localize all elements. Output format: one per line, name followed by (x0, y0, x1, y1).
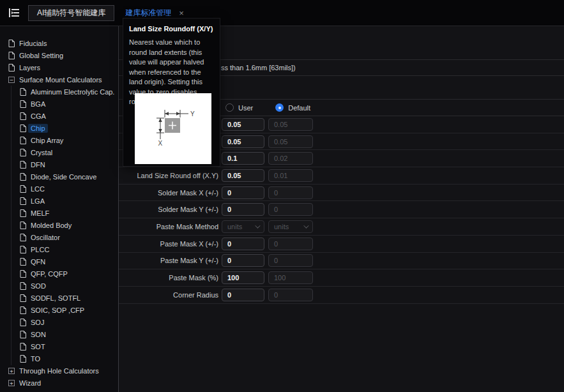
collapse-icon[interactable]: − (8, 77, 15, 83)
sidebar-item-sodfl-sotfl[interactable]: SODFL, SOTFL (0, 292, 118, 304)
document-icon (20, 331, 26, 338)
sidebar-item-molded-body[interactable]: Molded Body (0, 219, 118, 231)
sidebar-item-label: Fiducials (19, 40, 47, 47)
sidebar-item-chip-array[interactable]: Chip Array (0, 134, 118, 146)
document-icon (8, 40, 15, 47)
user-value-input[interactable] (222, 169, 264, 182)
sidebar-item-qfn[interactable]: QFN (0, 255, 118, 268)
user-value-input[interactable] (222, 237, 264, 250)
default-value-input (268, 186, 313, 199)
sidebar-item-crystal[interactable]: Crystal (0, 146, 118, 158)
sidebar-item-sod[interactable]: SOD (0, 280, 118, 292)
user-value-input[interactable] (222, 186, 264, 199)
form-row-label: Paste Mask Method (119, 223, 218, 230)
document-icon (20, 124, 26, 132)
sidebar-item-oscillator[interactable]: Oscillator (0, 231, 118, 243)
radio-option-default[interactable]: Default (275, 103, 310, 112)
sidebar-item-soj[interactable]: SOJ (0, 316, 118, 328)
default-method-select: units (268, 220, 313, 233)
sidebar-item-label: CGA (31, 112, 46, 120)
form-row-label: Paste Mask (%) (119, 274, 218, 282)
sidebar-item-melf[interactable]: MELF (0, 207, 118, 219)
sidebar-item-label: Molded Body (31, 222, 72, 229)
user-value-input[interactable] (222, 271, 264, 284)
land-roundoff-diagram: Y X (135, 93, 211, 164)
sidebar-item-chip[interactable]: Chip (0, 122, 118, 134)
sidebar-item-to[interactable]: TO (0, 352, 118, 365)
sidebar-item-lcc[interactable]: LCC (0, 183, 118, 195)
sidebar-item-label: LGA (31, 197, 45, 205)
form-row-paste-mask-method: Paste Mask Methodunitsunits (119, 218, 564, 236)
sidebar-item-cga[interactable]: CGA (0, 110, 118, 122)
sidebar-item-aluminum-electrolytic-cap[interactable]: Aluminum Electrolytic Cap. (0, 86, 118, 98)
sidebar-item-global-setting[interactable]: Global Setting (0, 49, 118, 61)
radio-option-user[interactable]: User (225, 103, 253, 112)
document-icon (20, 149, 26, 156)
document-icon (20, 270, 26, 278)
sidebar-item-label: QFP, CQFP (31, 270, 68, 278)
sidebar-item-son[interactable]: SON (0, 328, 118, 340)
sidebar-item-fiducials[interactable]: Fiducials (0, 37, 118, 49)
document-icon (20, 234, 26, 241)
sidebar-item-plcc[interactable]: PLCC (0, 243, 118, 255)
sidebar-item-label: Diode, Side Concave (31, 173, 96, 181)
default-value-input (268, 254, 313, 267)
select-value: units (227, 223, 242, 230)
document-icon (20, 137, 26, 144)
form-row-land-size-round-off-x-y: Land Size Round off (X.Y) (119, 167, 564, 185)
sidebar-item-label: Wizard (19, 379, 41, 387)
tooltip-title: Land Size Roundoff (X/Y) (129, 25, 214, 33)
sidebar-item-label: SON (31, 331, 46, 338)
user-value-input[interactable] (222, 289, 264, 301)
default-value-input (268, 237, 313, 250)
user-value-input[interactable] (222, 254, 264, 267)
collapse-sidebar-icon[interactable] (6, 6, 22, 20)
form-row-label: Paste Mask Y (+/-) (119, 257, 218, 264)
expand-icon[interactable]: + (8, 368, 15, 374)
document-icon (20, 173, 26, 181)
document-icon (20, 209, 26, 217)
sidebar-item-label: Through Hole Calculators (19, 367, 99, 375)
diagram-x-label: X (158, 140, 163, 147)
user-value-input[interactable] (222, 118, 264, 131)
document-icon (20, 258, 26, 266)
expand-icon[interactable]: + (8, 380, 15, 386)
sidebar-item-surface-mount-calculators[interactable]: −Surface Mount Calculators (0, 73, 118, 86)
default-value-input (268, 203, 313, 216)
tab-ai-assisted-symbol-library[interactable]: AI辅助符号智能建库 (28, 5, 114, 21)
chevron-down-icon (303, 223, 309, 228)
sidebar-item-soic-sop-cfp[interactable]: SOIC, SOP ,CFP (0, 304, 118, 316)
sidebar-item-dfn[interactable]: DFN (0, 158, 118, 170)
close-icon[interactable]: × (179, 9, 184, 17)
user-value-input[interactable] (222, 135, 264, 148)
document-icon (8, 52, 15, 59)
sidebar-item-label: SODFL, SOTFL (31, 294, 80, 302)
sidebar-item-layers[interactable]: Layers (0, 61, 118, 73)
sidebar-item-label: BGA (31, 100, 45, 108)
default-value-input (268, 289, 313, 301)
sidebar-item-qfp-cqfp[interactable]: QFP, CQFP (0, 268, 118, 280)
sidebar-item-label: Chip Array (31, 137, 63, 144)
user-value-input[interactable] (222, 152, 264, 165)
sidebar-item-lga[interactable]: LGA (0, 195, 118, 207)
sidebar-item-wizard[interactable]: +Wizard (0, 377, 118, 389)
form-row-label: Paste Mask X (+/-) (119, 240, 218, 248)
document-icon (20, 222, 26, 229)
tab-label: 建库标准管理 (125, 8, 171, 19)
sidebar-item-through-hole-calculators[interactable]: +Through Hole Calculators (0, 365, 118, 377)
sidebar-item-bga[interactable]: BGA (0, 98, 118, 110)
document-icon (8, 64, 15, 72)
default-value-input (268, 118, 313, 131)
sidebar-item-label: Aluminum Electrolytic Cap. (31, 88, 114, 96)
select-value: units (274, 223, 289, 230)
radio-default-icon (275, 103, 284, 112)
form-row-label: Land Size Round off (X.Y) (119, 172, 218, 179)
sidebar-item-label: TO (31, 355, 40, 363)
sidebar-item-label: SOIC, SOP ,CFP (31, 306, 84, 314)
sidebar-item-sot[interactable]: SOT (0, 340, 118, 352)
sidebar-item-diode-side-concave[interactable]: Diode, Side Concave (0, 170, 118, 183)
user-value-input[interactable] (222, 203, 264, 216)
form-row-solder-mask-x: Solder Mask X (+/-) (119, 185, 564, 202)
form-row-corner-radius: Corner Radius (119, 287, 564, 304)
sidebar-item-label: MELF (31, 209, 49, 217)
